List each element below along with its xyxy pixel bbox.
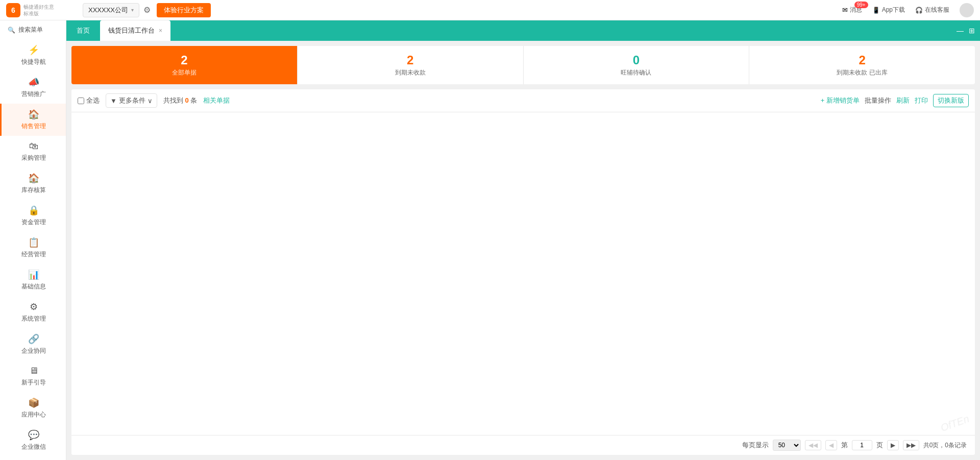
stats-row: 2 全部单据 2 到期未收款 0 旺辅待确认 2 到期未收款 已出库 (71, 46, 975, 84)
more-filters-btn[interactable]: ▼ 更多条件 ∨ (106, 93, 157, 108)
minimize-icon[interactable]: — (957, 27, 964, 35)
batch-button[interactable]: 批量操作 (865, 96, 891, 105)
message-icon: ✉ (842, 6, 848, 14)
select-all-label: 全选 (86, 96, 100, 105)
wechat-icon: 💬 (28, 429, 39, 441)
page-label: 第 (841, 441, 848, 450)
stat-label-wangwang: 旺辅待确认 (621, 68, 651, 77)
page-suffix: 页 (876, 441, 883, 450)
purchase-icon: 🛍 (29, 141, 38, 152)
pagination: 每页显示 50 20 100 ◀◀ ◀ 第 页 ▶ ▶▶ 共0页，0条记录 (71, 435, 975, 455)
sidebar-item-enterprise[interactable]: 🔗 企业协同 (0, 328, 66, 360)
stat-card-all[interactable]: 2 全部单据 (71, 46, 298, 84)
company-name: XXXXXX公司 (88, 6, 128, 15)
basic-info-icon: 📊 (28, 269, 39, 280)
content-main: 2 全部单据 2 到期未收款 0 旺辅待确认 2 到期未收款 已出库 (66, 41, 980, 460)
more-filters-label: 更多条件 (119, 96, 145, 105)
sidebar-search-item[interactable]: 🔍 搜索菜单 (0, 20, 66, 39)
total-info: 共0页，0条记录 (923, 441, 967, 450)
sidebar-item-label: 资金管理 (21, 218, 46, 227)
logo-text: 畅捷通好生意 标准版 (23, 4, 54, 17)
tab-active[interactable]: 钱货日清工作台 × (100, 20, 170, 41)
message-area[interactable]: ✉ 消息 99+ (842, 6, 862, 14)
sidebar-item-marketing[interactable]: 📣 营销推广 (0, 71, 66, 104)
stat-card-overdue-out[interactable]: 2 到期未收款 已出库 (749, 46, 975, 84)
tab-home[interactable]: 首页 (66, 20, 100, 41)
headset-icon: 🎧 (915, 7, 923, 14)
stat-card-overdue[interactable]: 2 到期未收款 (298, 46, 524, 84)
sidebar-item-label: 基础信息 (21, 282, 46, 291)
sidebar-item-wechat[interactable]: 💬 企业微信 (0, 424, 66, 456)
company-selector[interactable]: XXXXXX公司 ▾ (83, 3, 139, 17)
last-page-btn[interactable]: ▶▶ (903, 440, 919, 450)
settings-icon[interactable]: ⚙ (143, 5, 151, 15)
operations-icon: 📋 (28, 237, 39, 248)
sidebar-item-label: 库存核算 (21, 186, 46, 195)
sales-icon: 🏠 (28, 109, 39, 120)
sidebar-item-operations[interactable]: 📋 经营管理 (0, 232, 66, 264)
sidebar-item-label: 销售管理 (21, 122, 46, 131)
print-button[interactable]: 打印 (915, 96, 928, 105)
trial-button[interactable]: 体验行业方案 (157, 3, 211, 17)
sidebar-item-system[interactable]: ⚙ 系统管理 (0, 296, 66, 328)
stat-number-all: 2 (181, 53, 187, 67)
maximize-icon[interactable]: ⊞ (969, 27, 975, 35)
header-right: ✉ 消息 99+ 📱 App下载 🎧 在线客服 (842, 3, 974, 17)
page-input[interactable] (852, 440, 872, 450)
sidebar-item-basic-info[interactable]: 📊 基础信息 (0, 264, 66, 296)
sidebar-item-label: 企业协同 (21, 347, 46, 355)
sidebar-item-label: 应用中心 (21, 410, 46, 419)
filter-chevron-icon: ∨ (148, 97, 153, 105)
app-download-area[interactable]: 📱 App下载 (872, 6, 905, 14)
per-page-select[interactable]: 50 20 100 (773, 440, 801, 451)
toolbar: 全选 ▼ 更多条件 ∨ 共找到 0 条 相关单据 + 新增销货单 (71, 89, 975, 112)
enterprise-icon: 🔗 (28, 333, 39, 345)
prev-page-btn[interactable]: ◀ (825, 440, 837, 450)
top-header: 6 畅捷通好生意 标准版 XXXXXX公司 ▾ ⚙ 体验行业方案 ✉ 消息 99… (0, 0, 980, 20)
tab-bar: 首页 钱货日清工作台 × — ⊞ (66, 20, 980, 41)
sidebar-item-quick-nav[interactable]: ⚡ 快捷导航 (0, 39, 66, 71)
sidebar-item-purchase[interactable]: 🛍 采购管理 (0, 136, 66, 167)
found-unit: 条 (190, 96, 197, 104)
search-label: 搜索菜单 (18, 26, 43, 34)
add-button[interactable]: + 新增销货单 (821, 96, 860, 105)
filter-icon: ▼ (110, 97, 117, 105)
marketing-icon: 📣 (28, 77, 39, 88)
sidebar-item-guide[interactable]: 🖥 新手引导 (0, 360, 66, 392)
sidebar-item-member[interactable]: ▽ 畅会员 (0, 456, 66, 460)
stat-label-all: 全部单据 (172, 68, 197, 77)
sidebar-item-finance[interactable]: 🔒 资金管理 (0, 200, 66, 232)
sidebar-item-label: 采购管理 (21, 154, 46, 162)
next-page-btn[interactable]: ▶ (887, 440, 899, 450)
appstore-icon: 📦 (28, 397, 39, 408)
related-doc-link[interactable]: 相关单据 (203, 96, 230, 105)
app-download-label: App下载 (882, 6, 905, 14)
sidebar-item-label: 快捷导航 (21, 58, 46, 66)
finance-icon: 🔒 (28, 205, 39, 216)
content-area: 首页 钱货日清工作台 × — ⊞ 2 全部单据 2 到期未收款 (66, 20, 980, 460)
avatar (960, 3, 974, 17)
logo-icon: 6 (6, 3, 20, 17)
refresh-button[interactable]: 刷新 (896, 96, 910, 105)
sidebar-item-label: 营销推广 (21, 90, 46, 99)
app-download-icon: 📱 (872, 7, 880, 14)
search-icon: 🔍 (8, 27, 15, 34)
sidebar-item-inventory[interactable]: 🏠 库存核算 (0, 167, 66, 200)
tab-close-icon[interactable]: × (159, 27, 162, 34)
select-all-checkbox[interactable] (78, 98, 84, 104)
found-count: 0 (185, 96, 189, 104)
select-all-area[interactable]: 全选 (78, 96, 100, 105)
online-service-area[interactable]: 🎧 在线客服 (915, 6, 949, 14)
active-tab-label: 钱货日清工作台 (108, 26, 155, 35)
quick-nav-icon: ⚡ (28, 44, 39, 56)
sidebar-item-label: 新手引导 (21, 378, 46, 387)
sidebar: 🔍 搜索菜单 ⚡ 快捷导航 📣 营销推广 🏠 销售管理 🛍 采购管理 🏠 库存核… (0, 20, 66, 460)
sidebar-item-appstore[interactable]: 📦 应用中心 (0, 392, 66, 424)
stat-number-overdue-out: 2 (859, 53, 865, 67)
switch-version-button[interactable]: 切换新版 (933, 94, 969, 107)
avatar-area[interactable] (960, 3, 974, 17)
stat-card-wangwang[interactable]: 0 旺辅待确认 (524, 46, 750, 84)
first-page-btn[interactable]: ◀◀ (805, 440, 821, 450)
sidebar-item-sales[interactable]: 🏠 销售管理 (0, 104, 66, 136)
stat-number-overdue: 2 (407, 53, 413, 67)
